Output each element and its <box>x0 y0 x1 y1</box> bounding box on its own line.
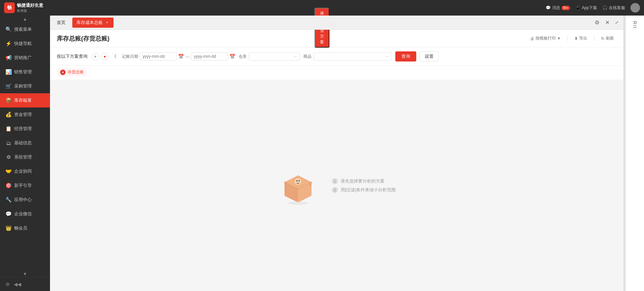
logo-text: 畅捷通好生意 标准版 <box>17 3 43 13</box>
close-panel-btn[interactable]: ✕ <box>603 19 611 27</box>
message-badge: 99+ <box>562 6 570 10</box>
print-label: 按模板打印 <box>536 35 556 41</box>
sidebar-item-basic-info[interactable]: 🗂 基础信息 <box>0 136 50 150</box>
scheme-item[interactable]: ● 存货总账 <box>57 68 87 76</box>
app-subtitle: 标准版 <box>17 8 43 13</box>
refresh-label: 刷新 <box>606 35 614 41</box>
tab-bar: 首页 库存成本总账 × ⚙ ✕ ⤢ <box>50 16 623 30</box>
tab-settings-icon-btn[interactable]: ⚙ <box>592 18 602 27</box>
export-icon: ⬆ <box>574 36 578 41</box>
logo-area: 畅 畅捷通好生意 标准版 <box>4 2 43 13</box>
operation-icon: 📋 <box>5 126 11 132</box>
scheme-label: 存货总账 <box>68 69 84 75</box>
svg-point-9 <box>288 201 308 205</box>
sidebar-item-finance[interactable]: 💰 资金管理 <box>0 107 50 122</box>
sidebar: ▲ 🔍 搜索菜单 ⚡ 快捷导航 📢 营销推广 📊 销售管理 🛒 采购管理 <box>0 16 50 291</box>
tab-home[interactable]: 首页 <box>53 18 70 28</box>
resize-handle[interactable] <box>623 16 625 291</box>
sidebar-item-search[interactable]: 🔍 搜索菜单 <box>0 22 50 37</box>
sidebar-item-newbie[interactable]: 🎯 新手引导 <box>0 178 50 193</box>
sidebar-item-operation[interactable]: 📋 经营管理 <box>0 122 50 136</box>
lightning-icon: ⚡ <box>5 41 11 47</box>
headset-icon: 🎧 <box>602 5 608 10</box>
basic-info-icon: 🗂 <box>5 140 11 146</box>
filter-area: 按以下方案查询 + ● 《 记账日期 📅 — 📅 <box>50 47 623 66</box>
sidebar-item-marketing[interactable]: 📢 营销推广 <box>0 51 50 65</box>
sidebar-item-sales[interactable]: 📊 销售管理 <box>0 65 50 79</box>
filter-label: 按以下方案查询 <box>57 53 88 59</box>
export-btn[interactable]: ⬆ 导出 <box>572 34 590 43</box>
online-service-label: 在线客服 <box>609 5 625 11</box>
sidebar-item-system[interactable]: ⚙ 系统管理 <box>0 150 50 164</box>
sidebar-item-enterprise[interactable]: 🤝 企业协同 <box>0 164 50 178</box>
print-icon: 🖨 <box>530 36 534 41</box>
tip-text-1: 请先选择要分析的方案 <box>341 178 385 184</box>
product-input-group: 商品 ··· <box>303 52 392 60</box>
content-body: 1 请先选择要分析的方案 2 用[过滤]条件来缩小分析范围 <box>50 80 623 291</box>
query-btn[interactable]: 查询 <box>395 51 416 62</box>
sidebar-label-enterprise: 企业协同 <box>14 168 32 174</box>
date-dash: — <box>185 54 190 59</box>
main-layout: ▲ 🔍 搜索菜单 ⚡ 快捷导航 📢 营销推广 📊 销售管理 🛒 采购管理 <box>0 16 644 291</box>
right-panel-label[interactable]: Rit <box>632 21 638 29</box>
online-service-btn[interactable]: 🎧 在线客服 <box>602 5 625 11</box>
sidebar-label-sales: 销售管理 <box>14 69 32 75</box>
user-avatar[interactable] <box>630 3 640 13</box>
sidebar-item-member[interactable]: 👑 畅会员 <box>0 221 50 235</box>
sidebar-scroll-up[interactable]: ▲ <box>0 16 50 22</box>
date-start-input[interactable] <box>140 52 177 60</box>
sidebar-item-purchase[interactable]: 🛒 采购管理 <box>0 79 50 93</box>
tab-active[interactable]: 库存成本总账 × <box>72 18 114 28</box>
message-btn[interactable]: 💬 消息 99+ <box>546 5 570 11</box>
tip-item-1: 1 请先选择要分析的方案 <box>332 178 396 184</box>
box-svg <box>278 165 318 206</box>
sidebar-item-inventory[interactable]: 📦 库存核算 <box>0 93 50 107</box>
filter-add-btn[interactable]: + <box>92 53 99 60</box>
filter-collapse-btn[interactable]: ● <box>101 53 108 60</box>
divider-1 <box>567 36 568 41</box>
scheme-icon: ● <box>60 70 66 75</box>
gear-icon: ⚙ <box>595 19 599 26</box>
sidebar-label-inventory: 库存核算 <box>14 97 32 103</box>
sidebar-item-quick-nav[interactable]: ⚡ 快捷导航 <box>0 37 50 51</box>
product-more-icon[interactable]: ··· <box>386 54 389 59</box>
page-header: 库存总账(存货总账) 🖨 按模板打印 ▼ ⬆ 导出 ↻ 刷新 <box>50 30 623 47</box>
divider-2 <box>594 36 594 41</box>
print-template-btn[interactable]: 🖨 按模板打印 ▼ <box>527 34 563 43</box>
refresh-icon: ↻ <box>601 36 604 41</box>
sidebar-label-newbie: 新手引导 <box>14 183 32 189</box>
sidebar-scroll-down[interactable]: ▼ <box>0 270 50 277</box>
product-input-wrapper: ··· <box>314 52 392 60</box>
filter-settings-btn[interactable]: 设置 <box>420 51 439 62</box>
search-icon: 🔍 <box>5 26 11 32</box>
date-end-input[interactable] <box>191 52 228 60</box>
header-right: 💬 消息 99+ 📱 App下载 🎧 在线客服 <box>546 3 640 13</box>
sidebar-item-app-center[interactable]: 🔧 应用中心 <box>0 193 50 207</box>
inventory-icon: 📦 <box>5 97 11 103</box>
expand-btn[interactable]: ⤢ <box>613 19 621 27</box>
svg-point-8 <box>298 180 300 181</box>
app-download-btn[interactable]: 📱 App下载 <box>575 5 597 11</box>
filter-tag-collapse[interactable]: 《 <box>110 53 118 60</box>
sidebar-item-wechat[interactable]: 💬 企业微信 <box>0 207 50 221</box>
sidebar-label-quick-nav: 快捷导航 <box>14 41 32 47</box>
refresh-btn[interactable]: ↻ 刷新 <box>598 34 617 43</box>
product-input[interactable] <box>317 54 384 59</box>
header-left: 畅 畅捷通好生意 标准版 <box>4 2 43 13</box>
warehouse-input-wrapper: ··· <box>249 52 300 60</box>
empty-tips: 1 请先选择要分析的方案 2 用[过滤]条件来缩小分析范围 <box>332 178 396 193</box>
filter-inputs: 记账日期 📅 — 📅 仓库 ··· <box>122 51 617 62</box>
tip-text-2: 用[过滤]条件来缩小分析范围 <box>341 187 396 193</box>
tab-bar-left: 首页 库存成本总账 × <box>53 18 591 28</box>
sidebar-label-wechat: 企业微信 <box>14 211 32 217</box>
sidebar-settings-btn[interactable]: ⚙ <box>5 282 10 287</box>
calendar-start-icon[interactable]: 📅 <box>178 54 184 59</box>
sidebar-collapse-btn[interactable]: ◀◀ <box>14 282 21 287</box>
warehouse-input[interactable] <box>252 54 292 59</box>
sales-icon: 📊 <box>5 69 11 75</box>
warehouse-more-icon[interactable]: ··· <box>294 54 297 59</box>
tab-close-btn[interactable]: × <box>105 20 109 25</box>
scheme-area: ● 存货总账 <box>50 66 623 80</box>
sidebar-label-marketing: 营销推广 <box>14 55 32 61</box>
calendar-end-icon[interactable]: 📅 <box>229 54 235 59</box>
